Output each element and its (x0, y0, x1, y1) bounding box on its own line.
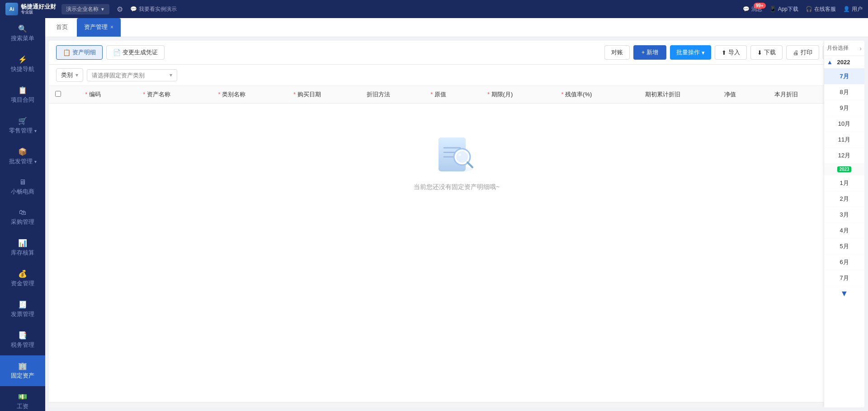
message-button[interactable]: 💬 消息 99+ (743, 5, 762, 13)
import-button[interactable]: ⬆ 导入 (715, 45, 747, 60)
category-filter-type[interactable]: 类别 ▾ (56, 68, 83, 82)
toolbar: 对账 + 新增 批量操作 ▾ ⬆ 导入 ⬇ 下载 (604, 45, 857, 60)
sidebar-item-retail[interactable]: 🛒 零售管理 ▾ (0, 110, 45, 141)
print-button[interactable]: 🖨 打印 (786, 45, 819, 60)
month-2022-09-label: 9月 (840, 104, 849, 111)
sidebar-item-ecommerce[interactable]: 🖥 小畅电商 (0, 172, 45, 202)
month-item-2022-10[interactable]: 10月 (824, 116, 864, 132)
demo-link[interactable]: 💬 我要看实例演示 (130, 5, 177, 13)
sidebar-item-salary[interactable]: 💵 工资 (0, 386, 45, 411)
horizontal-scrollbar[interactable] (49, 402, 864, 407)
sidebar-item-inventory[interactable]: 📊 库存核算 (0, 232, 45, 263)
sidebar-label-search: 搜索菜单 (4, 34, 42, 43)
month-2023-04-label: 4月 (840, 227, 849, 234)
asset-table: * 编码 * 资产名称 * 类别名称 * 购买日期 折旧方法 * 原值 * 期限… (49, 86, 864, 218)
import-icon: ⬆ (722, 49, 726, 56)
category-search-input[interactable] (92, 72, 170, 79)
reconcile-button[interactable]: 对账 (604, 45, 630, 60)
asset-detail-icon: 📋 (63, 49, 71, 56)
user-info[interactable]: 👤 用户 (843, 5, 863, 13)
salary-icon: 💵 (4, 392, 42, 401)
app-name: 畅捷通好业财 专业版 (21, 3, 56, 15)
quick-nav-icon: ⚡ (4, 55, 42, 64)
finance-icon: 💰 (4, 269, 42, 278)
top-bar-right: 💬 消息 99+ 📱 App下载 🎧 在线客服 👤 用户 (743, 5, 863, 13)
add-new-button[interactable]: + 新增 (633, 45, 666, 60)
filter-chevron-icon: ▾ (170, 72, 172, 78)
search-icon: 🔍 (4, 24, 42, 33)
month-item-2023-02[interactable]: 2月 (824, 191, 864, 207)
batch-ops-button[interactable]: 批量操作 ▾ (670, 45, 711, 60)
sidebar-item-fixed-assets[interactable]: 🏢 固定资产 (0, 355, 45, 386)
month-item-2022-11[interactable]: 11月 (824, 132, 864, 148)
tab-bar: 首页 资产管理 × (45, 18, 868, 37)
sidebar-item-invoice[interactable]: 🧾 发票管理 (0, 294, 45, 325)
category-input-wrap[interactable]: ▾ (87, 69, 177, 81)
category-label: 类别 (61, 71, 73, 79)
month-2022-08-label: 8月 (840, 89, 849, 95)
col-period-months: * 期限(月) (464, 86, 536, 104)
month-2023-06-label: 6月 (840, 259, 849, 265)
company-selector[interactable]: 演示企业名称 ▼ (61, 4, 109, 14)
col-original-value: * 原值 (412, 86, 464, 104)
col-accumulated-dep: 期初累计折旧 (618, 86, 708, 104)
sidebar-item-search[interactable]: 🔍 搜索菜单 (0, 18, 45, 49)
sidebar-label-retail: 零售管理 (9, 127, 33, 135)
month-item-2022-12[interactable]: 12月 (824, 148, 864, 164)
online-service-button[interactable]: 🎧 在线客服 (806, 5, 836, 13)
app-logo: Ai 畅捷通好业财 专业版 (5, 3, 56, 15)
page-content: 📋 资产明细 📄 变更生成凭证 对账 + 新增 批量操作 (49, 41, 864, 407)
sidebar-item-project-contract[interactable]: 📋 项目合同 (0, 80, 45, 110)
month-item-2023-07[interactable]: 7月 (824, 270, 864, 286)
filter-bar: 类别 ▾ ▾ (49, 65, 864, 86)
sub-tab-change-voucher[interactable]: 📄 变更生成凭证 (106, 45, 165, 60)
tab-home[interactable]: 首页 (49, 18, 75, 37)
month-item-2023-05[interactable]: 5月 (824, 239, 864, 255)
sub-tab-asset-detail[interactable]: 📋 资产明细 (56, 45, 103, 60)
month-item-2022-08[interactable]: 8月 (824, 85, 864, 100)
company-name: 演示企业名称 (66, 5, 99, 13)
up-arrow-icon: ▲ (827, 59, 833, 66)
tab-close-icon[interactable]: × (110, 24, 113, 30)
month-item-2022-07[interactable]: 7月 (824, 69, 864, 85)
sidebar-item-finance[interactable]: 💰 资金管理 (0, 263, 45, 294)
phone-icon: 📱 (769, 6, 776, 12)
demo-icon: 💬 (130, 6, 137, 12)
fixed-assets-icon: 🏢 (4, 362, 42, 370)
month-2023-02-label: 2月 (840, 195, 849, 202)
month-item-2023-03[interactable]: 3月 (824, 207, 864, 223)
settings-icon[interactable]: ⚙ (115, 3, 125, 15)
sidebar-item-tax[interactable]: 📑 税务管理 (0, 325, 45, 355)
month-item-2023-06[interactable]: 6月 (824, 255, 864, 270)
app-download-button[interactable]: 📱 App下载 (769, 5, 798, 13)
sidebar-label-tax: 税务管理 (4, 341, 42, 349)
print-icon: 🖨 (793, 49, 799, 56)
col-residual-rate: * 残值率(%) (536, 86, 618, 104)
batch-arrow-icon: ▾ (702, 49, 705, 56)
month-item-2023-01[interactable]: 1月 (824, 175, 864, 191)
download-button[interactable]: ⬇ 下载 (750, 45, 783, 60)
sidebar-label-invoice: 发票管理 (4, 310, 42, 318)
down-arrow-icon[interactable]: ▼ (840, 289, 849, 298)
tab-asset-management[interactable]: 资产管理 × (77, 18, 121, 37)
select-all-checkbox[interactable] (55, 91, 61, 97)
year-2023-badge: 2023 (837, 166, 851, 172)
print-label: 打印 (801, 48, 812, 57)
month-picker-panel: 月份选择 › ▲ 2022 7月 8月 9月 (824, 41, 864, 407)
month-item-2022-09[interactable]: 9月 (824, 100, 864, 116)
main-layout: 🔍 搜索菜单 ⚡ 快捷导航 📋 项目合同 🛒 零售管理 ▾ 📦 批发管理 ▾ (0, 18, 868, 411)
sidebar-item-purchase[interactable]: 🛍 采购管理 (0, 202, 45, 232)
retail-icon: 🛒 (4, 117, 42, 125)
empty-row: 当前您还没有固定资产明细哦~ (49, 104, 864, 219)
month-item-2023-04[interactable]: 4月 (824, 223, 864, 239)
logo-icon: Ai (5, 3, 18, 15)
sidebar-item-quick-nav[interactable]: ⚡ 快捷导航 (0, 49, 45, 80)
month-2023-03-label: 3月 (840, 211, 849, 218)
sidebar-item-wholesale[interactable]: 📦 批发管理 ▾ (0, 141, 45, 172)
sidebar-label-purchase: 采购管理 (4, 218, 42, 226)
month-picker-close-icon[interactable]: › (859, 45, 862, 52)
tab-asset-label: 资产管理 (84, 23, 108, 31)
sub-tab-change-voucher-label: 变更生成凭证 (123, 48, 158, 57)
project-icon: 📋 (4, 86, 42, 94)
retail-arrow-icon: ▾ (34, 128, 37, 133)
